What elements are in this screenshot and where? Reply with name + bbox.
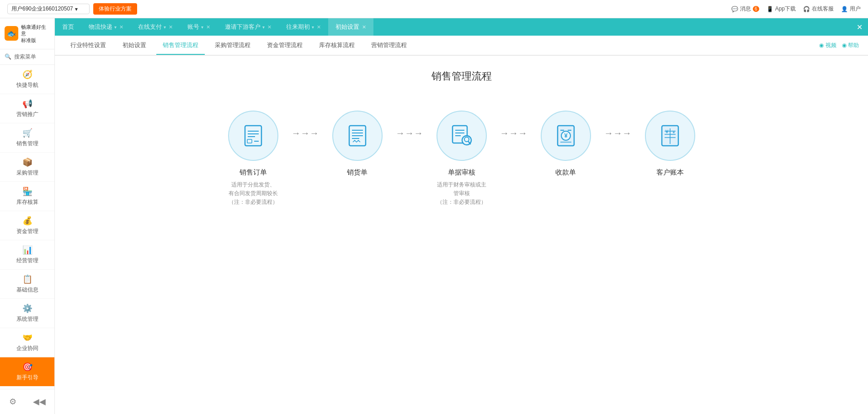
arrow-2: →→→ (394, 128, 425, 138)
sidebar-item-label: 采购管理 (16, 169, 38, 177)
invite-close-icon[interactable]: ✕ (267, 24, 272, 30)
sidebar-item-finance-mgmt[interactable]: 💰 资金管理 (0, 211, 54, 240)
sub-tab-purchase-flow[interactable]: 采购管理流程 (208, 37, 257, 54)
nav-tabs: 首页 物流快递 ▾ ✕ 在线支付 ▾ ✕ 账号 ▾ ✕ 邀请下游客户 ▾ ✕ (55, 18, 868, 36)
sub-tab-industry[interactable]: 行业特性设置 (64, 37, 112, 54)
sub-tab-sales-flow[interactable]: 销售管理流程 (156, 37, 205, 54)
flow-diagram: 销售订单 适用于分批发货、有合同发货周期较长（注：非必要流程） →→→ (73, 111, 850, 207)
receipt-title: 收款单 (555, 168, 576, 177)
sidebar-item-new-guide[interactable]: 🎯 新手引导 (0, 357, 54, 387)
sidebar-item-marketing-promo[interactable]: 📢 营销推广 (0, 94, 54, 123)
account-close-icon[interactable]: ✕ (206, 24, 210, 30)
messages-badge: 6 (753, 6, 759, 12)
sidebar-item-label: 新手引导 (16, 374, 38, 382)
sub-tab-marketing-label: 营销管理流程 (371, 42, 407, 48)
sub-tab-init-label: 初始设置 (122, 42, 146, 48)
doc-review-desc: 适用于财务审核或主管审核（注：非必要流程） (437, 180, 486, 207)
tab-account[interactable]: 账号 ▾ ✕ (180, 18, 218, 36)
flow-step-sales-order: 销售订单 适用于分批发货、有合同发货周期较长（注：非必要流程） (217, 111, 290, 207)
app-download-btn[interactable]: 📱 App下载 (767, 5, 796, 13)
invite-dropdown-icon: ▾ (262, 25, 265, 30)
top-bar: 用户690企业1660120507 ▾ 体验行业方案 💬 消息 6 📱 App下… (0, 0, 868, 18)
sidebar-item-sys-mgmt[interactable]: ⚙️ 系统管理 (0, 299, 54, 328)
sidebar-item-sales-mgmt[interactable]: 🛒 销售管理 (0, 123, 54, 153)
user-dropdown-icon: ▾ (75, 6, 78, 12)
init-close-icon[interactable]: ✕ (362, 24, 366, 30)
guide-icon: 🎯 (22, 362, 32, 372)
payment-close-icon[interactable]: ✕ (169, 24, 173, 30)
main-layout: 🐟 畅康通好生意 标准版 🔍 搜索菜单 🧭 快捷导航 📢 营销推广 🛒 销售管理 (0, 18, 868, 414)
online-service-btn[interactable]: 🎧 在线客服 (803, 5, 834, 13)
page-title: 销售管理流程 (73, 69, 850, 83)
coop-icon: 🤝 (22, 333, 32, 343)
sidebar-bottom: ⚙ ◀◀ (0, 389, 54, 414)
sidebar-item-label: 系统管理 (16, 315, 38, 323)
trial-btn[interactable]: 体验行业方案 (93, 3, 137, 15)
arrow-1: →→→ (290, 128, 321, 138)
sidebar-item-inventory[interactable]: 🏪 库存核算 (0, 182, 54, 211)
headset-icon: 🎧 (803, 6, 810, 12)
doc-review-title: 单据审核 (448, 168, 475, 177)
user-label: 用户690企业1660120507 (11, 5, 73, 13)
top-bar-left: 用户690企业1660120507 ▾ 体验行业方案 (7, 3, 137, 15)
video-help-btn[interactable]: ◉ 视频 (819, 42, 836, 49)
sys-icon: ⚙️ (22, 303, 32, 313)
sidebar-item-quick-nav[interactable]: 🧭 快捷导航 (0, 65, 54, 94)
sidebar-search[interactable]: 🔍 搜索菜单 (0, 49, 54, 65)
sub-tab-sales-label: 销售管理流程 (163, 42, 198, 48)
sidebar-settings-btn[interactable]: ⚙ (5, 393, 20, 410)
sub-tab-marketing-flow[interactable]: 营销管理流程 (365, 37, 413, 54)
svg-text:¥: ¥ (665, 129, 668, 134)
message-icon: 💬 (731, 6, 738, 12)
messages-label: 消息 (740, 5, 751, 13)
sidebar-item-purchase-mgmt[interactable]: 📦 采购管理 (0, 153, 54, 182)
logistics-dropdown-icon: ▾ (114, 25, 117, 30)
quick-nav-icon: 🧭 (22, 69, 32, 80)
messages-btn[interactable]: 💬 消息 6 (731, 5, 759, 13)
tab-invite[interactable]: 邀请下游客户 ▾ ✕ (218, 18, 279, 36)
tab-home[interactable]: 首页 (55, 18, 81, 36)
tab-payment[interactable]: 在线支付 ▾ ✕ (131, 18, 180, 36)
period-dropdown-icon: ▾ (312, 25, 314, 30)
logistics-close-icon[interactable]: ✕ (119, 24, 123, 30)
arrow-4: →→→ (602, 128, 634, 138)
tab-logistics[interactable]: 物流快递 ▾ ✕ (81, 18, 131, 36)
account-dropdown-icon: ▾ (201, 25, 203, 30)
tab-period-init[interactable]: 往来期初 ▾ ✕ (279, 18, 328, 36)
tab-payment-label: 在线支付 (138, 23, 162, 31)
sub-tab-inventory-flow[interactable]: 库存核算流程 (313, 37, 361, 54)
close-all-tabs-btn[interactable]: ✕ (851, 18, 868, 36)
sales-order-icon (228, 111, 278, 161)
tab-home-label: 首页 (62, 23, 74, 31)
user-btn-label: 用户 (850, 5, 861, 13)
help-btn[interactable]: ◉ 帮助 (842, 42, 859, 49)
sub-tab-industry-label: 行业特性设置 (70, 42, 106, 48)
sub-tabs: 行业特性设置 初始设置 销售管理流程 采购管理流程 资金管理流程 库存核算流程 (55, 36, 868, 56)
online-service-label: 在线客服 (812, 5, 834, 13)
customer-ledger-desc (669, 180, 671, 189)
receipt-icon: ¥ (541, 111, 591, 161)
sub-tab-finance-flow[interactable]: 资金管理流程 (261, 37, 309, 54)
payment-dropdown-icon: ▾ (164, 25, 166, 30)
sidebar-item-basic-info[interactable]: 📋 基础信息 (0, 270, 54, 299)
customer-ledger-title: 客户账本 (656, 168, 684, 177)
user-avatar-btn[interactable]: 👤 用户 (841, 5, 861, 13)
sidebar-item-label: 销售管理 (16, 140, 38, 148)
flow-step-doc-review: 单据审核 适用于财务审核或主管审核（注：非必要流程） (425, 111, 498, 207)
sidebar-item-ops-mgmt[interactable]: 📊 经营管理 (0, 240, 54, 270)
sidebar-item-enterprise-coop[interactable]: 🤝 企业协同 (0, 328, 54, 357)
logo-line1: 畅康通好生意 (21, 24, 50, 37)
period-close-icon[interactable]: ✕ (317, 24, 321, 30)
flow-step-customer-ledger: ¥ ¥ 客户账本 (634, 111, 707, 189)
tab-init-settings[interactable]: 初始设置 ✕ (328, 18, 373, 36)
sub-tab-init[interactable]: 初始设置 (116, 37, 153, 54)
sidebar-collapse-btn[interactable]: ◀◀ (29, 393, 49, 410)
sidebar-item-label: 库存核算 (16, 198, 38, 206)
sidebar: 🐟 畅康通好生意 标准版 🔍 搜索菜单 🧭 快捷导航 📢 营销推广 🛒 销售管理 (0, 18, 55, 414)
sub-tab-inventory-label: 库存核算流程 (319, 42, 355, 48)
flow-step-receipt: ¥ 收款单 (529, 111, 602, 189)
user-select[interactable]: 用户690企业1660120507 ▾ (7, 4, 90, 14)
app-icon: 📱 (767, 6, 773, 12)
top-bar-right: 💬 消息 6 📱 App下载 🎧 在线客服 👤 用户 (731, 5, 861, 13)
tab-account-label: 账号 (187, 23, 199, 31)
